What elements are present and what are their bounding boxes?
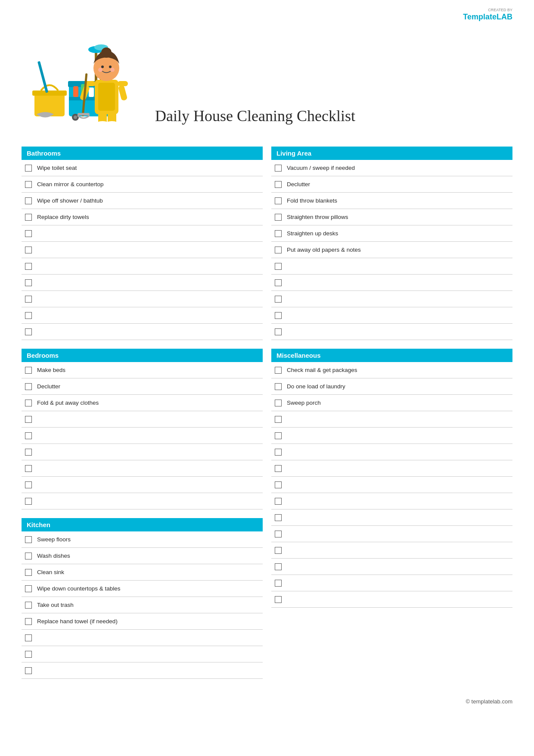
item-text: Straighten throw pillows — [287, 214, 348, 220]
item-text: Wipe off shower / bathtub — [37, 197, 103, 204]
checkbox[interactable] — [275, 481, 282, 488]
checkbox[interactable] — [275, 449, 282, 456]
checkbox[interactable] — [275, 214, 282, 221]
list-item — [271, 493, 512, 509]
kitchen-section: Kitchen Sweep floors Wash dishes Clean s… — [22, 518, 263, 679]
item-text: Wipe down countertops & tables — [37, 585, 121, 592]
list-item: Take out trash — [22, 597, 263, 613]
checkbox[interactable] — [275, 279, 282, 286]
checkbox[interactable] — [275, 367, 282, 374]
list-item: Fold & put away clothes — [22, 395, 263, 411]
checkbox[interactable] — [275, 432, 282, 439]
checkbox[interactable] — [25, 296, 32, 303]
checkbox[interactable] — [25, 247, 32, 253]
left-column: Bathrooms Wipe toilet seat Clean mirror … — [22, 147, 263, 687]
checkbox[interactable] — [275, 465, 282, 472]
checkbox[interactable] — [25, 602, 32, 609]
svg-point-32 — [110, 68, 115, 72]
checkbox[interactable] — [275, 230, 282, 237]
list-item: Straighten up desks — [271, 225, 512, 242]
checkbox[interactable] — [25, 383, 32, 390]
checkbox[interactable] — [25, 279, 32, 286]
checkbox[interactable] — [25, 667, 32, 674]
list-item — [22, 630, 263, 646]
checkbox[interactable] — [275, 383, 282, 390]
checkbox[interactable] — [25, 165, 32, 172]
svg-point-9 — [74, 116, 77, 119]
checkbox[interactable] — [25, 214, 32, 221]
checkbox[interactable] — [25, 585, 32, 592]
kitchen-header: Kitchen — [22, 518, 263, 531]
checkbox[interactable] — [25, 618, 32, 625]
checkbox[interactable] — [25, 553, 32, 559]
item-text: Wash dishes — [37, 553, 70, 559]
checkbox[interactable] — [275, 580, 282, 587]
checkbox[interactable] — [275, 328, 282, 335]
checkbox[interactable] — [25, 416, 32, 423]
checkbox[interactable] — [275, 165, 282, 172]
checkbox[interactable] — [25, 498, 32, 505]
checkbox[interactable] — [25, 230, 32, 237]
svg-rect-18 — [98, 83, 115, 111]
checkbox[interactable] — [25, 312, 32, 319]
list-item — [271, 542, 512, 559]
checkbox[interactable] — [25, 328, 32, 335]
checkbox[interactable] — [25, 263, 32, 270]
list-item — [271, 324, 512, 340]
svg-rect-22 — [118, 85, 128, 101]
brand-colored: LAB — [497, 12, 512, 21]
list-item: Check mail & get packages — [271, 362, 512, 378]
checkbox[interactable] — [275, 263, 282, 270]
checkbox[interactable] — [275, 181, 282, 188]
list-item — [271, 291, 512, 307]
list-item: Sweep porch — [271, 395, 512, 411]
item-text: Sweep floors — [37, 536, 71, 543]
checkbox[interactable] — [25, 449, 32, 456]
list-item: Sweep floors — [22, 531, 263, 548]
checkbox[interactable] — [25, 569, 32, 576]
checkbox[interactable] — [25, 197, 32, 204]
checkbox[interactable] — [25, 367, 32, 374]
list-item — [22, 324, 263, 340]
checkbox[interactable] — [275, 547, 282, 554]
checkbox[interactable] — [25, 400, 32, 406]
bedrooms-section: Bedrooms Make beds Declutter Fold & put … — [22, 349, 263, 509]
checkbox[interactable] — [25, 651, 32, 658]
item-text: Do one load of laundry — [287, 383, 345, 390]
checkbox[interactable] — [25, 465, 32, 472]
header-section: Daily House Cleaning Checklist — [22, 17, 512, 134]
checkbox[interactable] — [275, 563, 282, 570]
checkbox[interactable] — [25, 181, 32, 188]
checkbox[interactable] — [275, 247, 282, 253]
list-item: Wipe down countertops & tables — [22, 581, 263, 597]
main-content: Bathrooms Wipe toilet seat Clean mirror … — [22, 147, 512, 687]
checkbox[interactable] — [275, 296, 282, 303]
checkbox[interactable] — [275, 596, 282, 603]
checkbox[interactable] — [25, 536, 32, 543]
item-text: Put away old papers & notes — [287, 247, 361, 253]
list-item: Replace dirty towels — [22, 209, 263, 225]
checkbox[interactable] — [275, 416, 282, 423]
list-item — [22, 460, 263, 477]
checkbox[interactable] — [275, 400, 282, 406]
list-item — [22, 428, 263, 444]
list-item — [271, 559, 512, 575]
checkbox[interactable] — [25, 481, 32, 488]
footer: © templatelab.com — [22, 698, 512, 705]
checkbox[interactable] — [25, 634, 32, 641]
list-item — [22, 275, 263, 291]
checkbox[interactable] — [275, 197, 282, 204]
checkbox[interactable] — [275, 531, 282, 537]
checkbox[interactable] — [275, 514, 282, 521]
list-item: Vacuum / sweep if needed — [271, 160, 512, 176]
svg-rect-21 — [118, 81, 128, 86]
list-item — [271, 526, 512, 542]
item-text: Take out trash — [37, 602, 74, 608]
list-item — [271, 444, 512, 460]
checkbox[interactable] — [275, 498, 282, 505]
item-text: Declutter — [37, 383, 60, 390]
brand-name: TemplateLAB — [463, 12, 512, 21]
list-item: Fold throw blankets — [271, 193, 512, 209]
checkbox[interactable] — [275, 312, 282, 319]
checkbox[interactable] — [25, 432, 32, 439]
